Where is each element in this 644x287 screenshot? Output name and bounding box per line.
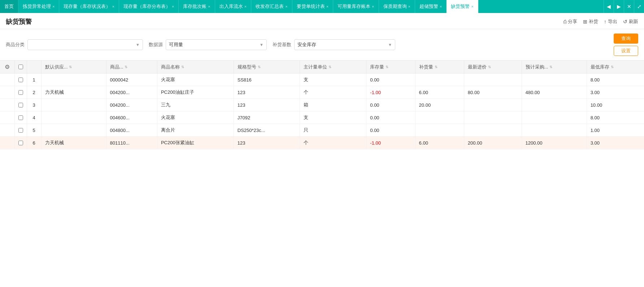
row-setting-cell — [0, 86, 14, 99]
nav-tab-close-icon[interactable]: × — [440, 4, 442, 9]
nav-tab-order-stats[interactable]: 要货单统计表 × — [292, 0, 333, 13]
row-product-name: 离合片 — [157, 124, 234, 137]
share-icon: ⎙ — [564, 19, 566, 25]
export-button[interactable]: ↑ 导出 — [604, 18, 617, 25]
row-est-purchase — [522, 124, 587, 137]
sort-icon-unit: ⇅ — [328, 65, 331, 69]
row-checkbox-cell — [14, 86, 27, 99]
nav-tab-close-icon[interactable]: × — [208, 4, 210, 9]
nav-tab-label: 缺货预警 — [451, 3, 470, 10]
nav-tab-close-icon[interactable]: × — [471, 4, 473, 9]
query-button[interactable]: 查询 — [614, 34, 638, 44]
replenish-basis-label: 补货基数 — [273, 41, 291, 48]
nav-tab-close-icon[interactable]: × — [372, 4, 374, 9]
th-unit[interactable]: 主计量单位 ⇅ — [300, 61, 366, 74]
row-stock-qty: 0.00 — [366, 74, 415, 86]
row-supplier — [41, 111, 106, 124]
row-checkbox-cell — [14, 74, 27, 86]
nav-tab-available-ledger[interactable]: 可用量库存账本 × — [333, 0, 379, 13]
row-min-stock: 8.00 — [587, 111, 644, 124]
row-setting-cell — [0, 99, 14, 111]
replenish-icon: ⊞ — [583, 19, 587, 25]
nav-tab-overstock[interactable]: 超储预警 × — [415, 0, 447, 13]
nav-fullscreen-btn[interactable]: ⤢ — [634, 0, 644, 13]
row-checkbox[interactable] — [18, 90, 23, 95]
th-replenish-qty[interactable]: 补货量 ⇅ — [415, 61, 464, 74]
row-num: 4 — [27, 111, 41, 124]
row-checkbox[interactable] — [18, 78, 23, 82]
nav-tab-label: 超储预警 — [419, 3, 438, 10]
nav-tab-close-icon[interactable]: × — [52, 4, 55, 9]
row-product-name: PC200油缸庄子 — [157, 86, 234, 99]
th-stock-qty[interactable]: 库存量 ⇅ — [366, 61, 415, 74]
row-stock-qty: -1.00 — [366, 137, 415, 149]
row-replenish-qty: 20.00 — [415, 99, 464, 111]
nav-tab-collect-summary[interactable]: 收发存汇总表 × — [251, 0, 292, 13]
nav-tab-label: 拣货异常处理 — [23, 3, 51, 10]
nav-tab-close-icon[interactable]: × — [285, 4, 287, 9]
nav-prev-btn[interactable]: ◀ — [604, 0, 614, 13]
row-checkbox[interactable] — [18, 103, 23, 107]
top-nav: 首页拣货异常处理 ×现存量（库存状况表） ×现存量（库存分布表） ×库存批次账 … — [0, 0, 644, 13]
page-container: 缺货预警 ⎙ 分享 ⊞ 补货 ↑ 导出 ↺ 刷新 商品分类 — [0, 13, 644, 287]
nav-tab-inventory-dist[interactable]: 现存量（库存分布表） × — [119, 0, 179, 13]
nav-tab-batch-account[interactable]: 库存批次账 × — [179, 0, 215, 13]
nav-tab-label: 收发存汇总表 — [256, 3, 284, 10]
sort-icon-replenish: ⇅ — [435, 65, 438, 69]
data-table: ⚙ 默认供应... ⇅ — [0, 60, 644, 149]
row-supplier — [41, 99, 106, 111]
row-product-code: 801110... — [106, 137, 157, 149]
row-product-name: 火花塞 — [157, 74, 234, 86]
nav-tab-inventory-status[interactable]: 现存量（库存状况表） × — [59, 0, 119, 13]
filter-actions: 查询 设置 — [614, 34, 638, 56]
nav-tab-close-icon[interactable]: × — [326, 4, 328, 9]
row-product-code: 004200... — [106, 99, 157, 111]
sort-icon-min: ⇅ — [611, 65, 614, 69]
row-spec: SS816 — [234, 74, 300, 86]
share-button[interactable]: ⎙ 分享 — [564, 18, 577, 25]
th-product-code[interactable]: 商品... ⇅ — [106, 61, 157, 74]
row-spec: 123 — [234, 99, 300, 111]
nav-close-btn[interactable]: ✕ — [624, 0, 634, 13]
nav-tab-close-icon[interactable]: × — [172, 4, 174, 9]
nav-tab-close-icon[interactable]: × — [408, 4, 410, 9]
row-latest-price — [464, 124, 522, 137]
export-icon: ↑ — [604, 19, 606, 25]
th-min-stock[interactable]: 最低库存 ⇅ — [587, 61, 644, 74]
nav-next-btn[interactable]: ▶ — [614, 0, 624, 13]
th-product-name[interactable]: 商品名称 ⇅ — [157, 61, 234, 74]
nav-tab-exception[interactable]: 拣货异常处理 × — [18, 0, 59, 13]
row-replenish-qty — [415, 111, 464, 124]
row-replenish-qty — [415, 124, 464, 137]
nav-tab-home[interactable]: 首页 — [0, 0, 18, 13]
th-latest-price[interactable]: 最新进价 ⇅ — [464, 61, 522, 74]
row-stock-qty: 0.00 — [366, 111, 415, 124]
setting-button[interactable]: 设置 — [614, 46, 638, 56]
nav-tab-shortage[interactable]: 缺货预警 × — [447, 0, 478, 13]
row-latest-price — [464, 99, 522, 111]
nav-tab-close-icon[interactable]: × — [112, 4, 114, 9]
row-num: 2 — [27, 86, 41, 99]
row-num: 3 — [27, 99, 41, 111]
row-spec: J7092 — [234, 111, 300, 124]
row-num: 6 — [27, 137, 41, 149]
row-checkbox[interactable] — [18, 128, 23, 133]
nav-tab-label: 要货单统计表 — [297, 3, 325, 10]
nav-tab-close-icon[interactable]: × — [244, 4, 247, 9]
replenish-basis-select[interactable]: 安全库存 ▼ — [294, 39, 395, 50]
row-checkbox[interactable] — [18, 115, 23, 120]
th-spec[interactable]: 规格型号 ⇅ — [234, 61, 300, 74]
th-default-supplier[interactable]: 默认供应... ⇅ — [41, 61, 106, 74]
gear-icon[interactable]: ⚙ — [5, 64, 10, 70]
nav-tab-inout-flow[interactable]: 出入库流水 × — [215, 0, 251, 13]
replenish-button[interactable]: ⊞ 补货 — [583, 18, 598, 25]
row-checkbox[interactable] — [18, 141, 23, 145]
select-all-checkbox[interactable] — [18, 65, 23, 69]
nav-tab-expiry-query[interactable]: 保质期查询 × — [379, 0, 415, 13]
th-est-purchase[interactable]: 预计采购... ⇅ — [522, 61, 587, 74]
datasource-select[interactable]: 可用量 ▼ — [166, 39, 267, 50]
category-select[interactable]: ▼ — [27, 39, 143, 50]
refresh-button[interactable]: ↺ 刷新 — [623, 18, 638, 25]
row-supplier: 力天机械 — [41, 86, 106, 99]
category-label: 商品分类 — [6, 41, 25, 48]
